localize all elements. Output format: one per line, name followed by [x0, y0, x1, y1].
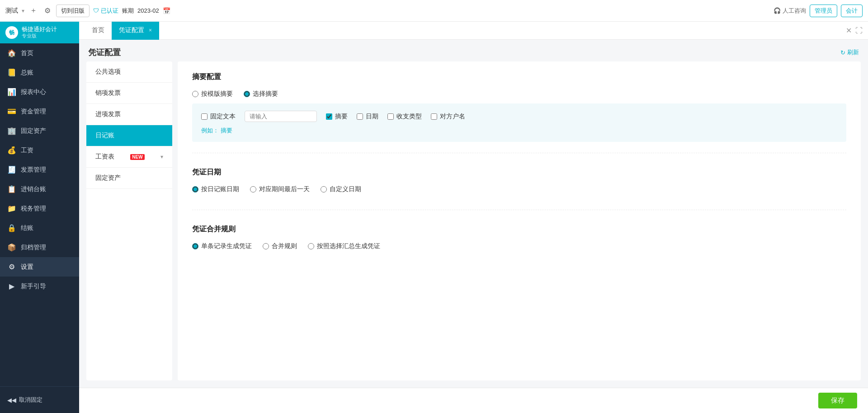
template-radio-label[interactable]: 按模版摘要: [192, 90, 233, 98]
journal-date-radio[interactable]: [192, 186, 198, 192]
tab-home-label: 首页: [92, 26, 104, 34]
fixed-text-checkbox-label[interactable]: 固定文本: [201, 113, 236, 121]
logo-text: 畅捷通好会计: [22, 26, 57, 33]
income-type-checkbox-label[interactable]: 收支类型: [387, 113, 422, 121]
admin-button[interactable]: 管理员: [810, 5, 837, 17]
tab-home[interactable]: 首页: [85, 22, 112, 40]
nav-item-purchase[interactable]: 进项发票: [86, 104, 172, 125]
journal-date-radio-label[interactable]: 按日记账日期: [192, 185, 239, 193]
nav-item-sales[interactable]: 销项发票: [86, 83, 172, 104]
single-record-radio[interactable]: [192, 243, 198, 249]
sidebar-item-invoice[interactable]: 🧾 发票管理: [0, 160, 79, 179]
workspace-name[interactable]: 测试: [5, 7, 18, 15]
top-header: 测试 ▾ ＋ ⚙ 切到旧版 🛡 已认证 账期 2023-02 📅 🎧 人工咨询 …: [0, 0, 868, 22]
sidebar-label-salary: 工资: [21, 146, 33, 155]
fixed-text-input[interactable]: [245, 111, 317, 122]
merge-radio-row: 单条记录生成凭证 合并规则 按照选择汇总生成凭证: [192, 242, 846, 250]
page-title: 凭证配置: [88, 47, 121, 58]
accountant-button[interactable]: 会计: [841, 5, 863, 17]
sidebar-bottom: ◀◀ 取消固定: [0, 386, 79, 413]
left-nav: 公共选项 销项发票 进项发票 日记账 工资表 NEW ▾: [86, 61, 172, 380]
add-workspace-button[interactable]: ＋: [28, 4, 39, 17]
period-last-radio-label[interactable]: 对应期间最后一天: [250, 185, 310, 193]
custom-date-radio[interactable]: [321, 186, 327, 192]
counterpart-checkbox[interactable]: [431, 113, 437, 120]
calendar-icon[interactable]: 📅: [163, 7, 170, 14]
sidebar-item-trade[interactable]: 📋 进销台账: [0, 179, 79, 199]
sidebar-label-home: 首页: [21, 49, 33, 57]
sidebar-item-ledger[interactable]: 📒 总账: [0, 63, 79, 82]
switch-version-button[interactable]: 切到旧版: [56, 5, 90, 17]
sidebar-item-salary[interactable]: 💰 工资: [0, 141, 79, 160]
close-tab-button[interactable]: ✕: [846, 26, 852, 35]
select-merge-radio[interactable]: [308, 243, 314, 249]
merge-section-title: 凭证合并规则: [192, 225, 846, 234]
date-radio-row: 按日记账日期 对应期间最后一天 自定义日期: [192, 185, 846, 193]
custom-date-radio-label[interactable]: 自定义日期: [321, 185, 361, 193]
summary-section-title: 摘要配置: [192, 72, 846, 82]
report-icon: 📊: [7, 88, 16, 96]
sidebar-item-guide[interactable]: ▶ 新手引导: [0, 277, 79, 296]
summary-radio-row: 按模版摘要 选择摘要: [192, 90, 846, 98]
period-last-radio[interactable]: [250, 186, 256, 192]
tab-bar-right: ✕ ⛶: [846, 26, 863, 35]
nav-item-fixed-asset[interactable]: 固定资产: [86, 168, 172, 189]
income-type-checkbox[interactable]: [387, 113, 394, 120]
sidebar-item-report[interactable]: 📊 报表中心: [0, 82, 79, 102]
summary-checkbox-label[interactable]: 摘要: [326, 113, 348, 121]
merge-rule-radio-label[interactable]: 合并规则: [263, 242, 297, 250]
settings-gear-button[interactable]: ⚙: [42, 5, 52, 17]
cancel-fixed-label: 取消固定: [19, 396, 42, 404]
single-record-radio-label[interactable]: 单条记录生成凭证: [192, 242, 252, 250]
select-summary-radio[interactable]: [244, 91, 250, 97]
summary-section: 摘要配置 按模版摘要 选择摘要: [192, 72, 846, 153]
sidebar-item-tax[interactable]: 📁 税务管理: [0, 199, 79, 218]
select-merge-radio-label[interactable]: 按照选择汇总生成凭证: [308, 242, 380, 250]
close-account-icon: 🔒: [7, 224, 16, 232]
voucher-page: 凭证配置 ↻ 刷新 公共选项 销项发票 进项发票: [79, 40, 868, 413]
example-text: 例如： 摘要: [201, 127, 837, 135]
merge-rule-radio[interactable]: [263, 243, 269, 249]
tab-voucher-label: 凭证配置: [119, 26, 144, 34]
nav-item-payroll[interactable]: 工资表 NEW ▾: [86, 146, 172, 168]
fixed-text-checkbox[interactable]: [201, 113, 208, 120]
main-layout: 畅 畅捷通好会计 专业版 🏠 首页 📒 总账 📊 报表中心 💳 资金管理: [0, 22, 868, 413]
template-radio[interactable]: [192, 91, 198, 97]
chevron-down-icon[interactable]: ▾: [22, 8, 24, 14]
date-checkbox[interactable]: [357, 113, 363, 120]
tab-voucher-config[interactable]: 凭证配置 ×: [112, 22, 159, 40]
sidebar-item-asset[interactable]: 🏢 固定资产: [0, 121, 79, 141]
content-area: 首页 凭证配置 × ✕ ⛶ 凭证配置 ↻ 刷新: [79, 22, 868, 413]
sidebar-label-archive: 归档管理: [21, 244, 46, 252]
sidebar-logo: 畅 畅捷通好会计 专业版: [0, 22, 79, 43]
close-tab-icon[interactable]: ×: [149, 27, 152, 33]
sidebar-label-guide: 新手引导: [21, 282, 46, 291]
refresh-button[interactable]: ↻ 刷新: [840, 48, 859, 56]
summary-checkbox[interactable]: [326, 113, 332, 120]
headset-icon: 🎧: [774, 7, 781, 14]
cancel-fixed-button[interactable]: ◀◀ 取消固定: [0, 391, 79, 408]
expand-icon: ▾: [160, 154, 163, 160]
sidebar-item-fund[interactable]: 💳 资金管理: [0, 102, 79, 121]
sidebar-item-close[interactable]: 🔒 结账: [0, 218, 79, 238]
date-checkbox-label[interactable]: 日期: [357, 113, 378, 121]
settings-icon: ⚙: [7, 263, 16, 271]
counterpart-checkbox-label[interactable]: 对方户名: [431, 113, 465, 121]
fund-icon: 💳: [7, 107, 16, 116]
tab-bar: 首页 凭证配置 × ✕ ⛶: [79, 22, 868, 40]
sidebar-item-home[interactable]: 🏠 首页: [0, 43, 79, 63]
date-section: 凭证日期 按日记账日期 对应期间最后一天: [192, 168, 846, 210]
expand-tab-button[interactable]: ⛶: [855, 27, 863, 35]
save-button[interactable]: 保存: [818, 393, 857, 408]
logo-text-block: 畅捷通好会计 专业版: [22, 26, 57, 40]
nav-item-public[interactable]: 公共选项: [86, 61, 172, 83]
sidebar-item-archive[interactable]: 📦 归档管理: [0, 238, 79, 257]
asset-icon: 🏢: [7, 127, 16, 135]
sidebar: 畅 畅捷通好会计 专业版 🏠 首页 📒 总账 📊 报表中心 💳 资金管理: [0, 22, 79, 413]
consult-button[interactable]: 🎧 人工咨询: [774, 7, 806, 15]
pin-icon: ◀◀: [7, 397, 16, 404]
sidebar-item-settings[interactable]: ⚙ 设置: [0, 257, 79, 277]
salary-icon: 💰: [7, 146, 16, 155]
select-summary-radio-label[interactable]: 选择摘要: [244, 90, 278, 98]
nav-item-journal[interactable]: 日记账: [86, 125, 172, 146]
